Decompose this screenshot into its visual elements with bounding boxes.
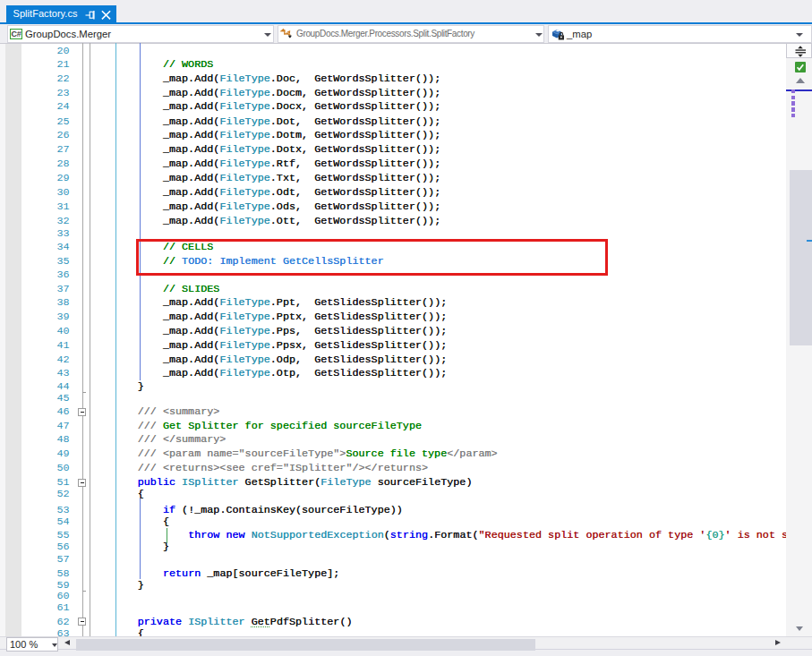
svg-text:C#: C# [11,30,21,38]
